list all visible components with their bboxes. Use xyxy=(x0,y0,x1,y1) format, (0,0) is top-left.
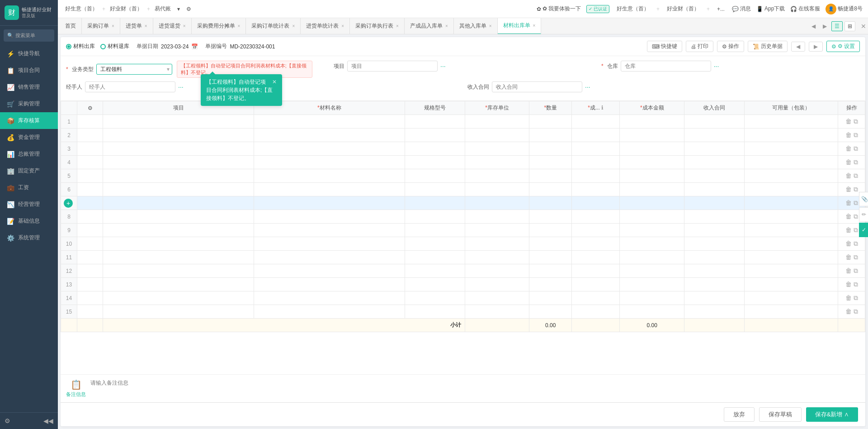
delete-row-button[interactable]: 🗑 xyxy=(845,186,852,193)
row-project[interactable] xyxy=(103,169,254,183)
copy-row-button[interactable]: ⧉ xyxy=(854,294,858,302)
handler-lookup-icon[interactable]: ··· xyxy=(178,83,184,91)
print-button[interactable]: 🖨 打印 xyxy=(686,41,713,52)
radio-material-return[interactable]: 材料退库 xyxy=(100,43,129,50)
row-cost-amount-active[interactable] xyxy=(620,196,684,210)
row-income-contract-active[interactable] xyxy=(684,196,745,210)
copy-row-button[interactable]: ⧉ xyxy=(854,267,858,275)
row-quantity[interactable] xyxy=(529,115,572,129)
sidebar-item-fixed-assets[interactable]: 🏢 固定资产 xyxy=(0,162,58,179)
right-tool-edit[interactable]: ✏ xyxy=(859,207,868,222)
row-project[interactable] xyxy=(103,142,254,156)
delete-row-button[interactable]: 🗑 xyxy=(845,213,852,220)
shortcut-key-button[interactable]: ⌨ 快捷键 xyxy=(647,41,682,52)
topbar-nav-haoYeCai[interactable]: 好业财（首） xyxy=(108,4,144,14)
delete-row-button[interactable]: 🗑 xyxy=(845,172,852,180)
tab-close-material-out[interactable]: × xyxy=(533,23,536,28)
tab-view-grid[interactable]: ⊞ xyxy=(844,21,855,31)
row-available[interactable] xyxy=(745,115,838,129)
row-cost-amount[interactable] xyxy=(620,210,684,224)
search-menu[interactable]: 🔍 搜索菜单 xyxy=(4,29,54,42)
row-material[interactable] xyxy=(254,129,405,142)
tab-close-goods-stats[interactable]: × xyxy=(341,24,344,29)
delete-row-button[interactable]: 🗑 xyxy=(845,253,852,261)
delete-row-button[interactable]: 🗑 xyxy=(845,226,852,234)
sidebar-item-inventory[interactable]: 📦 库存核算 xyxy=(0,112,58,129)
sidebar-item-finance[interactable]: 💰 资金管理 xyxy=(0,129,58,146)
row-unit[interactable] xyxy=(465,169,529,183)
delete-row-button[interactable]: 🗑 xyxy=(845,294,852,302)
copy-row-button[interactable]: ⧉ xyxy=(854,308,858,315)
tab-other-receipt[interactable]: 其他入库单 × xyxy=(454,18,498,34)
business-type-input[interactable] xyxy=(96,64,172,75)
project-input[interactable] xyxy=(347,61,438,72)
calendar-icon[interactable]: 📅 xyxy=(191,43,198,50)
income-contract-input[interactable] xyxy=(492,81,582,92)
row-quantity[interactable] xyxy=(529,129,572,142)
row-project[interactable] xyxy=(103,129,254,142)
row-spec[interactable] xyxy=(405,129,465,142)
row-cost-active[interactable] xyxy=(571,196,619,210)
operations-button[interactable]: ⚙ 操作 xyxy=(717,41,744,52)
tab-goods-return[interactable]: 进货退货 × xyxy=(153,18,192,34)
tab-close-purchase-execution[interactable]: × xyxy=(396,24,399,29)
topbar-nav-dropdown[interactable]: ▾ xyxy=(175,5,182,13)
tab-close-purchase-order[interactable]: × xyxy=(112,24,114,29)
topbar-nav2-haoYeCai[interactable]: 好业财（首） xyxy=(665,4,701,14)
sidebar-item-system[interactable]: ⚙️ 系统管理 xyxy=(0,229,58,246)
tab-next-arrow[interactable]: ▶ xyxy=(820,21,830,31)
row-spec[interactable] xyxy=(405,156,465,169)
row-income-contract[interactable] xyxy=(684,156,745,169)
tab-goods-stats[interactable]: 进货单统计表 × xyxy=(301,18,350,34)
row-unit[interactable] xyxy=(465,183,529,196)
tab-purchase-order[interactable]: 采购订单 × xyxy=(82,18,120,34)
right-tool-attachment[interactable]: 📎 xyxy=(859,192,868,206)
row-available-active[interactable] xyxy=(745,196,838,210)
copy-row-button[interactable]: ⧉ xyxy=(854,213,858,220)
row-income-contract[interactable] xyxy=(684,183,745,196)
remarks-input[interactable] xyxy=(90,379,860,392)
history-button[interactable]: 📜 历史单据 xyxy=(748,41,788,52)
row-project[interactable] xyxy=(103,183,254,196)
sidebar-item-purchase[interactable]: 🛒 采购管理 xyxy=(0,95,58,112)
sidebar-item-shortcut[interactable]: ⚡ 快捷导航 xyxy=(0,45,58,62)
topbar-nav-haoShengYi[interactable]: 好生意（首） xyxy=(63,4,99,14)
delete-row-button[interactable]: 🗑 xyxy=(845,118,852,125)
add-row-button[interactable]: + xyxy=(64,199,73,208)
tab-purchase-expense[interactable]: 采购费用分摊单 × xyxy=(192,18,246,34)
online-service-button[interactable]: 🎧 在线客服 xyxy=(790,5,820,13)
sidebar-item-sales[interactable]: 📈 销售管理 xyxy=(0,79,58,95)
row-unit[interactable] xyxy=(465,129,529,142)
row-unit[interactable] xyxy=(465,210,529,224)
warehouse-lookup-icon[interactable]: ··· xyxy=(714,62,719,70)
sidebar-item-basic-info[interactable]: 📝 基础信息 xyxy=(0,213,58,229)
row-project[interactable] xyxy=(103,210,254,224)
copy-row-button[interactable]: ⧉ xyxy=(854,281,858,288)
row-income-contract[interactable] xyxy=(684,169,745,183)
row-material[interactable] xyxy=(254,169,405,183)
row-quantity[interactable] xyxy=(529,142,572,156)
message-button[interactable]: 💬 消息 xyxy=(732,5,751,13)
row-cost[interactable] xyxy=(571,210,619,224)
tab-purchase-goods[interactable]: 进货单 × xyxy=(120,18,153,34)
delete-row-button[interactable]: 🗑 xyxy=(845,240,852,248)
copy-row-button[interactable]: ⧉ xyxy=(854,145,858,153)
row-material-field[interactable] xyxy=(257,200,402,206)
row-cost-amount[interactable] xyxy=(620,129,684,142)
tab-close-purchase-goods[interactable]: × xyxy=(145,24,147,29)
tab-view-list[interactable]: ☰ xyxy=(831,21,843,31)
discard-button[interactable]: 放弃 xyxy=(724,407,755,422)
income-contract-lookup-icon[interactable]: ··· xyxy=(585,83,590,91)
row-project[interactable] xyxy=(103,156,254,169)
row-project[interactable] xyxy=(103,224,254,237)
tab-finished-goods[interactable]: 产成品入库单 × xyxy=(405,18,454,34)
copy-row-button[interactable]: ⧉ xyxy=(854,186,858,193)
row-available[interactable] xyxy=(745,129,838,142)
tooltip-close-button[interactable]: ✕ xyxy=(272,78,277,86)
delete-row-button[interactable]: 🗑 xyxy=(845,131,852,139)
row-cost[interactable] xyxy=(571,169,619,183)
row-cost-amount[interactable] xyxy=(620,169,684,183)
right-tool-check[interactable]: ✓ xyxy=(859,223,868,237)
delete-row-button[interactable]: 🗑 xyxy=(845,158,852,166)
settings-button[interactable]: ⚙ xyxy=(5,417,10,424)
